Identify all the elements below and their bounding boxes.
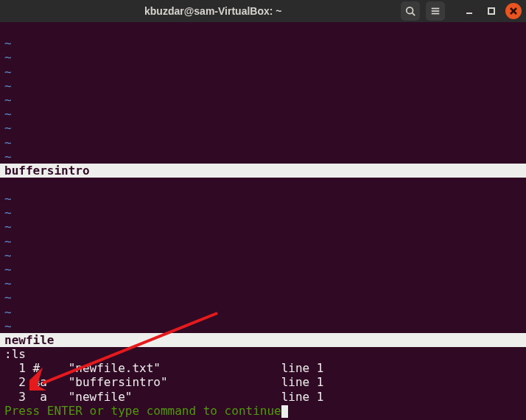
tilde-line: ~: [4, 220, 522, 234]
split-status-top: buffersintro: [0, 164, 526, 178]
svg-point-0: [407, 7, 413, 14]
hamburger-icon: [430, 6, 441, 16]
tilde-line: ~: [4, 248, 522, 262]
minimize-button[interactable]: [461, 3, 477, 19]
close-button[interactable]: [505, 3, 522, 19]
tilde-line: ~: [4, 150, 522, 164]
tilde-line: ~: [4, 276, 522, 290]
tilde-line: ~: [4, 36, 522, 50]
search-icon: [405, 6, 415, 16]
split-status-bottom: newfile: [0, 333, 526, 347]
svg-rect-6: [488, 8, 494, 14]
tilde-line: ~: [4, 65, 522, 79]
close-icon: [510, 7, 517, 15]
vim-command-line: :ls: [4, 347, 522, 361]
tilde-line: ~: [4, 206, 522, 220]
tilde-line: ~: [4, 50, 522, 64]
maximize-button[interactable]: [483, 3, 499, 19]
tilde-line: ~: [4, 192, 522, 206]
buffer-list-row: 2 %a "buffersintro" line 1: [4, 375, 522, 389]
tilde-line: ~: [4, 136, 522, 150]
window-title: kbuzdar@sam-VirtualBox: ~: [144, 5, 282, 17]
tilde-line: ~: [4, 319, 522, 333]
buffer-list-row: 1 # "newfile.txt" line 1: [4, 361, 522, 375]
tilde-line: ~: [4, 234, 522, 248]
tilde-line: ~: [4, 262, 522, 276]
window-titlebar: kbuzdar@sam-VirtualBox: ~: [0, 0, 526, 22]
tilde-line: ~: [4, 107, 522, 121]
search-button[interactable]: [401, 1, 420, 21]
tilde-line: ~: [4, 290, 522, 304]
tilde-line: ~: [4, 121, 522, 135]
menu-button[interactable]: [426, 1, 445, 21]
continue-prompt: Press ENTER or type command to continue: [4, 404, 522, 418]
terminal-area[interactable]: ~ ~ ~ ~ ~ ~ ~ ~ ~ buffersintro ~ ~ ~ ~ ~…: [0, 22, 526, 420]
buffer-list-row: 3 a "newfile" line 1: [4, 390, 522, 404]
cursor: [281, 405, 288, 418]
tilde-line: ~: [4, 93, 522, 107]
tilde-line: ~: [4, 305, 522, 319]
minimize-icon: [465, 7, 474, 15]
svg-line-1: [413, 13, 415, 16]
tilde-line: ~: [4, 79, 522, 93]
maximize-icon: [487, 7, 496, 15]
